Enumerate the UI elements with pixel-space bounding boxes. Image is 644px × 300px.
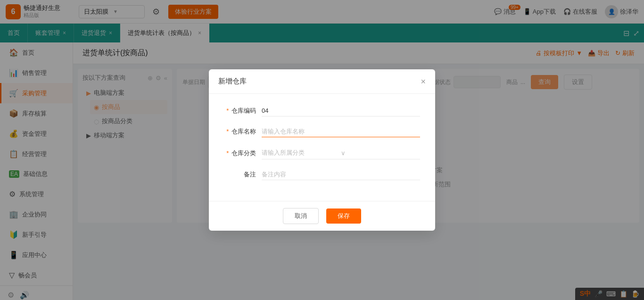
name-input[interactable] [262,126,420,137]
save-button[interactable]: 保存 [326,208,361,224]
form-row-name: * 仓库名称 [224,126,420,137]
modal-close-icon[interactable]: × [421,77,426,86]
required-star-code: * [226,107,229,114]
modal-header: 新增仓库 × [209,69,435,94]
form-row-note: 备注 [224,169,420,180]
modal-body: * 仓库编码 * 仓库名称 * 仓库分类 请输入 [209,94,435,201]
form-row-code: * 仓库编码 [224,105,420,117]
note-label: 备注 [224,170,262,179]
form-row-category: * 仓库分类 请输入所属分类 ∨ [224,147,420,159]
modal-overlay: 新增仓库 × * 仓库编码 * 仓库名称 [0,0,644,300]
code-label: * 仓库编码 [224,107,262,115]
note-input[interactable] [262,169,420,180]
cancel-button[interactable]: 取消 [283,208,319,224]
name-label: * 仓库名称 [224,127,262,136]
category-label: * 仓库分类 [224,149,262,158]
category-chevron-icon: ∨ [341,150,420,157]
modal-footer: 取消 保存 [209,201,435,231]
required-star-category: * [226,150,229,157]
code-input[interactable] [262,105,420,117]
category-select[interactable]: 请输入所属分类 ∨ [262,147,420,159]
add-warehouse-modal: 新增仓库 × * 仓库编码 * 仓库名称 [209,69,435,231]
category-placeholder: 请输入所属分类 [262,149,341,157]
required-star-name: * [226,128,229,135]
modal-title: 新增仓库 [218,77,247,86]
